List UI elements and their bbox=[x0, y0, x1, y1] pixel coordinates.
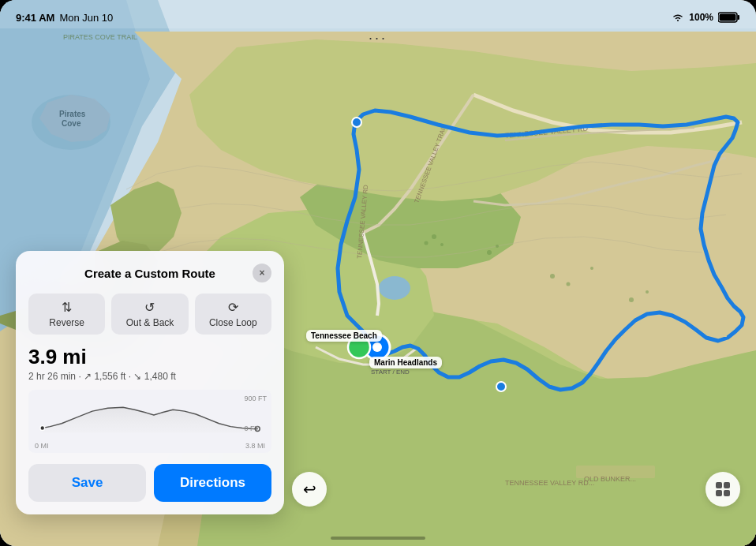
close-button[interactable]: × bbox=[253, 264, 271, 282]
elevation-chart: 900 FT 0 FT 0 MI 3.8 MI bbox=[28, 390, 271, 453]
map-layers-icon bbox=[714, 481, 732, 498]
route-options: ⇅ Reverse ↺ Out & Back ⟳ Close Loop bbox=[28, 294, 271, 335]
undo-icon: ↩ bbox=[303, 480, 316, 499]
map-options-button[interactable] bbox=[705, 472, 740, 507]
svg-rect-29 bbox=[720, 14, 736, 21]
close-icon: × bbox=[259, 267, 264, 279]
svg-point-4 bbox=[432, 234, 436, 239]
close-loop-button[interactable]: ⟳ Close Loop bbox=[195, 294, 271, 335]
svg-rect-35 bbox=[724, 490, 730, 496]
status-time: 9:41 AM bbox=[16, 12, 54, 24]
svg-point-10 bbox=[567, 282, 571, 286]
svg-point-1 bbox=[379, 276, 410, 300]
distance: 3.9 mi bbox=[28, 346, 271, 368]
svg-rect-34 bbox=[716, 490, 722, 496]
svg-point-9 bbox=[550, 274, 555, 279]
wifi-icon bbox=[672, 13, 684, 22]
out-back-label: Out & Back bbox=[126, 317, 174, 328]
svg-point-30 bbox=[40, 426, 45, 431]
svg-text:PIRATES COVE TRAIL: PIRATES COVE TRAIL bbox=[63, 33, 137, 41]
panel: Create a Custom Route × ⇅ Reverse ↺ Out … bbox=[16, 251, 284, 514]
reverse-icon: ⇅ bbox=[62, 300, 72, 315]
elevation-labels-right: 900 FT 0 FT bbox=[244, 395, 267, 432]
elevation-loss: ↘ 1,480 ft bbox=[133, 371, 175, 382]
status-date: Mon Jun 10 bbox=[59, 12, 113, 24]
panel-header: Create a Custom Route × bbox=[28, 264, 271, 282]
reverse-label: Reverse bbox=[49, 317, 84, 328]
svg-point-8 bbox=[496, 245, 499, 248]
svg-point-5 bbox=[440, 243, 443, 246]
reverse-button[interactable]: ⇅ Reverse bbox=[28, 294, 105, 335]
battery-label: 100% bbox=[689, 12, 713, 23]
svg-rect-33 bbox=[724, 482, 730, 488]
undo-button[interactable]: ↩ bbox=[292, 472, 327, 507]
more-dots: ··· bbox=[369, 30, 387, 46]
elevation-end-dist: 3.8 MI bbox=[245, 442, 265, 450]
tennessee-beach-label: Tennessee Beach bbox=[306, 330, 382, 342]
out-back-button[interactable]: ↺ Out & Back bbox=[111, 294, 188, 335]
status-bar: 9:41 AM Mon Jun 10 100% bbox=[0, 0, 756, 28]
stats-detail: 2 hr 26 min · ↗ 1,556 ft · ↘ 1,480 ft bbox=[28, 371, 271, 382]
svg-point-6 bbox=[425, 241, 429, 245]
svg-point-11 bbox=[590, 267, 593, 270]
panel-title: Create a Custom Route bbox=[47, 267, 253, 280]
svg-text:TENNESSEE VALLEY RD...: TENNESSEE VALLEY RD... bbox=[505, 479, 594, 487]
screen: Pirates Cove TENNESSEE VALLEY RD TENNESS… bbox=[0, 0, 756, 546]
close-loop-icon: ⟳ bbox=[228, 300, 238, 315]
time-stat: 2 hr 26 min bbox=[28, 371, 76, 382]
elevation-min-label: 0 FT bbox=[244, 424, 267, 432]
more-menu-button[interactable]: ··· bbox=[369, 30, 387, 47]
elevation-labels-bottom: 0 MI 3.8 MI bbox=[35, 442, 265, 450]
home-indicator bbox=[331, 537, 425, 540]
svg-point-7 bbox=[487, 250, 492, 255]
svg-rect-28 bbox=[738, 15, 740, 20]
marin-headlands-label: Marin Headlands START / END bbox=[369, 357, 442, 376]
svg-point-13 bbox=[646, 290, 649, 294]
save-button[interactable]: Save bbox=[28, 464, 146, 502]
out-back-icon: ↺ bbox=[144, 300, 155, 315]
svg-text:Pirates: Pirates bbox=[59, 110, 86, 118]
elevation-max-label: 900 FT bbox=[244, 395, 267, 402]
svg-rect-32 bbox=[716, 482, 722, 488]
panel-buttons: Save Directions bbox=[28, 464, 271, 502]
svg-point-12 bbox=[629, 297, 634, 302]
svg-text:Cove: Cove bbox=[62, 119, 81, 128]
status-icons: 100% bbox=[672, 12, 740, 23]
battery-icon bbox=[718, 12, 740, 23]
elevation-gain: ↗ 1,556 ft bbox=[84, 371, 125, 382]
stats: 3.9 mi 2 hr 26 min · ↗ 1,556 ft · ↘ 1,48… bbox=[28, 346, 271, 382]
directions-button[interactable]: Directions bbox=[154, 464, 271, 502]
elevation-graph bbox=[35, 395, 265, 436]
close-loop-label: Close Loop bbox=[209, 317, 257, 328]
elevation-start-dist: 0 MI bbox=[35, 442, 49, 450]
